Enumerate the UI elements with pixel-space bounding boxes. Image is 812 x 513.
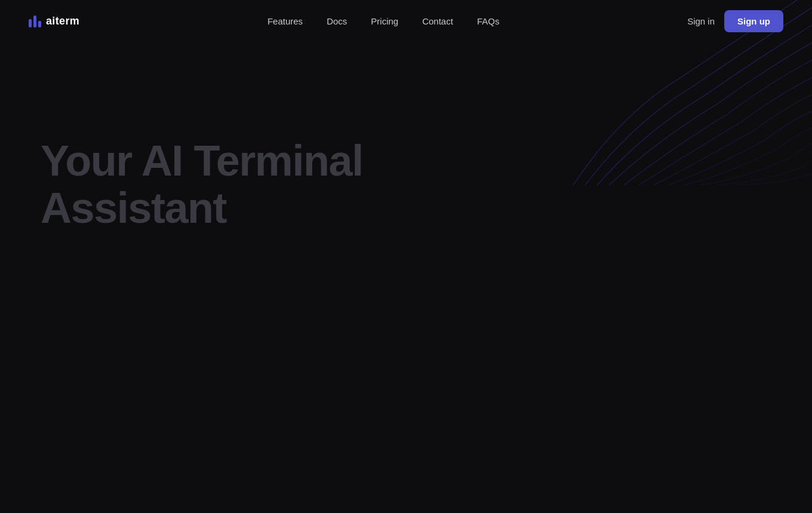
hero-title-line2: Assistant (41, 184, 226, 232)
header-actions: Sign in Sign up (687, 10, 783, 32)
header: aiterm Features Docs Pricing Contact FAQ… (0, 0, 812, 42)
logo-bar-2 (33, 16, 36, 27)
sign-in-button[interactable]: Sign in (687, 16, 715, 26)
nav-docs[interactable]: Docs (327, 16, 347, 26)
hero-section: Your AI Terminal Assistant (0, 42, 812, 232)
logo-icon (29, 14, 41, 27)
sign-up-button[interactable]: Sign up (724, 10, 783, 32)
nav-contact[interactable]: Contact (422, 16, 453, 26)
nav-pricing[interactable]: Pricing (371, 16, 398, 26)
logo-bar-1 (29, 19, 32, 27)
hero-title-line1: Your AI Terminal (41, 137, 363, 185)
logo-bar-3 (38, 21, 41, 27)
hero-title: Your AI Terminal Assistant (41, 137, 399, 232)
logo-text: aiterm (46, 15, 79, 27)
logo-link[interactable]: aiterm (29, 14, 79, 27)
main-nav: Features Docs Pricing Contact FAQs (267, 16, 499, 26)
nav-features[interactable]: Features (267, 16, 303, 26)
nav-faqs[interactable]: FAQs (477, 16, 500, 26)
